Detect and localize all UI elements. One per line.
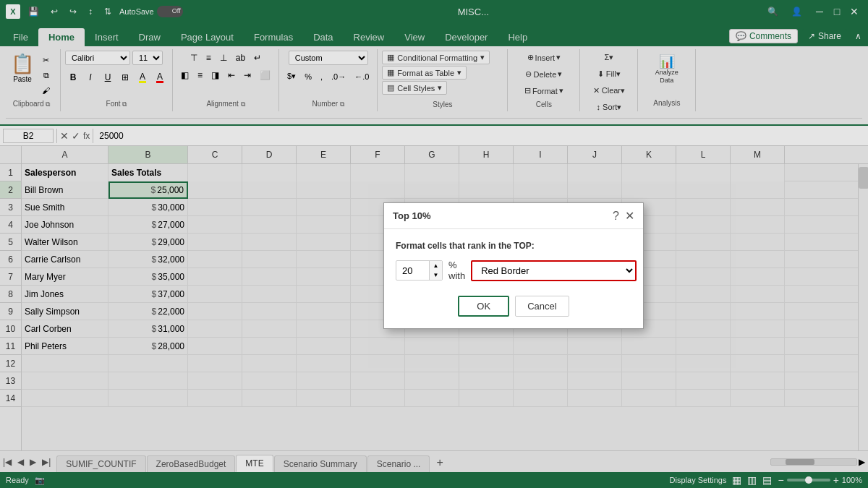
cell-m2[interactable]	[731, 181, 785, 199]
merge-btn[interactable]: ⬜	[256, 68, 274, 82]
align-left-btn[interactable]: ◧	[177, 68, 192, 82]
col-header-i[interactable]: I	[514, 146, 568, 163]
col-header-m[interactable]: M	[731, 146, 785, 163]
sheet-nav-first[interactable]: |◀	[0, 455, 14, 468]
modal-ok-btn[interactable]: OK	[458, 296, 509, 317]
dec-decimal-btn[interactable]: ←.0	[351, 70, 373, 83]
modal-close-btn[interactable]: ✕	[625, 209, 634, 223]
cell-d1[interactable]	[242, 164, 297, 181]
delete-cell-btn[interactable]: ⊖ Delete ▾	[522, 67, 566, 81]
modal-cancel-btn[interactable]: Cancel	[515, 296, 569, 317]
cell-b7[interactable]: $ 35,000	[109, 268, 188, 286]
insert-cell-btn[interactable]: ⊕ Insert ▾	[524, 51, 565, 64]
cell-h1[interactable]	[459, 164, 514, 181]
underline-btn[interactable]: U	[100, 69, 116, 85]
cell-a3[interactable]: Sue Smith	[22, 199, 109, 216]
sheet-tab-mte[interactable]: MTE	[236, 455, 273, 472]
col-header-a[interactable]: A	[22, 146, 109, 163]
text-angle-btn[interactable]: ab	[232, 51, 249, 65]
ribbon-collapse-btn[interactable]: ∧	[851, 29, 865, 43]
restore-btn[interactable]: □	[829, 4, 845, 20]
redo-btn[interactable]: ↪	[66, 5, 80, 18]
cell-b8[interactable]: $ 37,000	[109, 286, 188, 303]
cell-a8[interactable]: Jim Jones	[22, 286, 109, 303]
sheet-tab-budget[interactable]: ZeroBasedBudget	[147, 455, 236, 472]
paste-btn[interactable]: 📋 Paste	[7, 51, 38, 85]
sheet-nav-prev[interactable]: ◀	[14, 455, 27, 468]
row-header-14[interactable]: 14	[0, 390, 21, 407]
dollar-btn[interactable]: $▾	[284, 69, 299, 83]
cell-f1[interactable]	[351, 164, 405, 181]
align-bottom-btn[interactable]: ⊥	[216, 51, 231, 65]
tab-data[interactable]: Data	[303, 28, 343, 46]
zoom-slider[interactable]	[787, 479, 830, 481]
cell-a7[interactable]: Mary Myer	[22, 268, 109, 286]
cell-c2[interactable]	[188, 181, 242, 199]
cell-b10[interactable]: $ 31,000	[109, 320, 188, 338]
cell-f2[interactable]	[351, 181, 405, 199]
cell-i2[interactable]	[514, 181, 568, 199]
align-center-btn[interactable]: ≡	[194, 68, 206, 82]
row-header-11[interactable]: 11	[0, 338, 21, 355]
format-select[interactable]: Red Border Light Red Fill Yellow Fill Gr…	[471, 260, 637, 281]
zoom-in-btn[interactable]: +	[833, 474, 839, 486]
row-header-8[interactable]: 8	[0, 286, 21, 303]
tab-view[interactable]: View	[394, 28, 435, 46]
comments-btn[interactable]: 💬Comments	[729, 29, 798, 43]
font-size-select[interactable]: 11	[132, 51, 163, 65]
cell-g2[interactable]	[405, 181, 459, 199]
col-header-e[interactable]: E	[297, 146, 351, 163]
cell-a10[interactable]: Carl Corben	[22, 320, 109, 338]
tab-developer[interactable]: Developer	[435, 28, 498, 46]
cell-b11[interactable]: $ 28,000	[109, 338, 188, 355]
add-sheet-btn[interactable]: +	[430, 453, 448, 472]
sheet-tab-scenario-summary[interactable]: Scenario Summary	[274, 455, 367, 472]
cell-styles-btn[interactable]: ▤ Cell Styles ▾	[382, 81, 447, 95]
cell-reference-input[interactable]: B2	[3, 129, 54, 143]
confirm-formula-btn[interactable]: ✓	[72, 130, 80, 142]
cell-d2[interactable]	[242, 181, 297, 199]
align-right-btn[interactable]: ◨	[208, 68, 223, 82]
share-btn[interactable]: ↗Share	[802, 29, 847, 43]
row-header-6[interactable]: 6	[0, 251, 21, 268]
sum-btn[interactable]: Σ▾	[600, 51, 617, 64]
cell-a4[interactable]: Joe Johnson	[22, 216, 109, 234]
cell-i1[interactable]	[514, 164, 568, 181]
font-name-select[interactable]: Calibri	[65, 51, 130, 65]
align-top-btn[interactable]: ⊤	[187, 51, 201, 65]
cell-j2[interactable]	[568, 181, 622, 199]
cell-b4[interactable]: $ 27,000	[109, 216, 188, 234]
sort-asc-btn[interactable]: ↕	[85, 5, 96, 18]
cell-a2[interactable]: Bill Brown	[22, 181, 109, 199]
copy-btn[interactable]: ⧉	[39, 69, 53, 82]
row-header-1[interactable]: 1	[0, 164, 21, 181]
col-header-d[interactable]: D	[242, 146, 297, 163]
cell-a5[interactable]: Walter Wilson	[22, 234, 109, 251]
row-header-5[interactable]: 5	[0, 234, 21, 251]
cell-a11[interactable]: Phil Peters	[22, 338, 109, 355]
modal-help-btn[interactable]: ?	[613, 209, 619, 223]
cell-a6[interactable]: Carrie Carlson	[22, 251, 109, 268]
comma-btn[interactable]: ,	[317, 70, 326, 83]
number-format-select[interactable]: Custom	[289, 51, 368, 65]
autosave-toggle[interactable]	[157, 6, 183, 17]
indent-dec-btn[interactable]: ⇤	[224, 68, 239, 82]
indent-inc-btn[interactable]: ⇥	[240, 68, 255, 82]
border-btn[interactable]: ⊞	[117, 69, 133, 85]
cell-l2[interactable]	[676, 181, 731, 199]
col-header-k[interactable]: K	[622, 146, 676, 163]
sheet-tab-scenario[interactable]: Scenario ...	[367, 455, 430, 472]
tab-file[interactable]: File	[3, 28, 38, 46]
cell-g1[interactable]	[405, 164, 459, 181]
clear-btn[interactable]: ✕ Clear▾	[590, 84, 629, 98]
cell-b2[interactable]: $ 25,000	[109, 181, 188, 199]
col-header-h[interactable]: H	[459, 146, 514, 163]
profile-btn[interactable]: 👤	[788, 5, 806, 18]
tab-formulas[interactable]: Formulas	[244, 28, 303, 46]
display-settings-label[interactable]: Display Settings	[670, 476, 727, 484]
cell-c1[interactable]	[188, 164, 242, 181]
fill-btn[interactable]: ⬇ Fill▾	[594, 67, 624, 81]
row-header-4[interactable]: 4	[0, 216, 21, 234]
wrap-text-btn[interactable]: ↵	[250, 51, 265, 65]
minimize-btn[interactable]: ─	[812, 4, 827, 20]
